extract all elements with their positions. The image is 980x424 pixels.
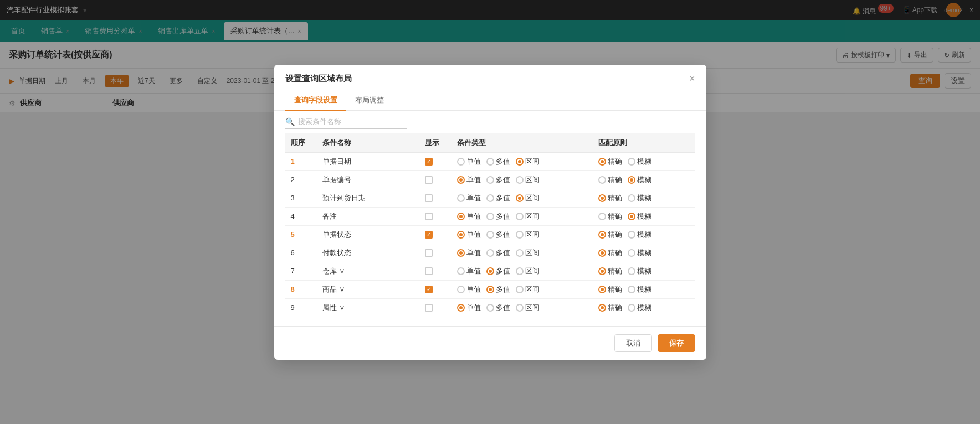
match-radio-item[interactable]: 精确 [598,230,622,240]
radio-circle [598,158,606,166]
type-radio-item[interactable]: 多值 [486,321,510,322]
match-radio-item[interactable]: 模糊 [628,303,651,313]
radio-circle [486,304,494,312]
type-radio-item[interactable]: 区间 [516,193,540,203]
match-radio-item[interactable]: 精确 [598,248,622,258]
radio-circle [516,304,524,312]
show-checkbox[interactable]: ✓ [425,158,433,166]
type-radio-item[interactable]: 多值 [486,157,510,167]
cell-show[interactable]: ✓ [419,225,451,244]
save-btn[interactable]: 保存 [658,334,695,352]
match-radio-item[interactable]: 模糊 [628,193,651,203]
type-radio-item[interactable]: 区间 [516,285,540,294]
type-radio-item[interactable]: 区间 [516,266,540,276]
search-input[interactable] [298,117,398,126]
type-radio-item[interactable]: 单值 [457,193,481,203]
cell-match: 精确模糊 [593,317,695,322]
radio-circle [516,213,524,220]
type-radio-item[interactable]: 多值 [486,266,510,276]
type-radio-item[interactable]: 多值 [486,211,510,221]
cell-type: 单值多值区间 [451,280,592,298]
radio-circle [486,231,494,239]
type-radio-item[interactable]: 区间 [516,248,540,258]
cell-name: 单据状态 [317,225,419,244]
cell-show[interactable] [419,317,451,322]
match-radio-item[interactable]: 精确 [598,175,622,185]
cell-show[interactable] [419,298,451,317]
match-radio-item[interactable]: 精确 [598,285,622,294]
radio-circle [628,304,635,312]
type-radio-item[interactable]: 单值 [457,285,481,294]
type-radio-item[interactable]: 多值 [486,285,510,294]
show-checkbox[interactable] [425,249,433,257]
radio-circle [457,286,465,293]
type-radio-item[interactable]: 单值 [457,266,481,276]
radio-circle [628,213,635,220]
type-radio-item[interactable]: 多值 [486,230,510,240]
table-scroll-wrap: 顺序 条件名称 显示 条件类型 匹配原则 1单据日期✓单值多值区间精确模糊2单据… [274,133,706,322]
type-radio-item[interactable]: 单值 [457,175,481,185]
match-radio-item[interactable]: 模糊 [628,248,651,258]
tab-fields[interactable]: 查询字段设置 [285,91,346,111]
cell-show[interactable]: ✓ [419,152,451,170]
type-radio-item[interactable]: 多值 [486,175,510,185]
show-checkbox[interactable]: ✓ [425,286,433,293]
cancel-btn[interactable]: 取消 [614,334,652,352]
modal-close-btn[interactable]: × [689,74,695,84]
modal-footer: 取消 保存 [274,326,706,360]
type-radio-item[interactable]: 单值 [457,321,481,322]
type-radio-item[interactable]: 多值 [486,303,510,313]
match-radio-item[interactable]: 模糊 [628,266,651,276]
cell-match: 精确模糊 [593,225,695,244]
match-radio-item[interactable]: 模糊 [628,175,651,185]
table-row: 1单据日期✓单值多值区间精确模糊 [285,152,695,170]
match-radio-item[interactable]: 模糊 [628,157,651,167]
show-checkbox[interactable] [425,213,433,220]
show-checkbox[interactable] [425,304,433,312]
type-radio-item[interactable]: 区间 [516,211,540,221]
cell-show[interactable] [419,170,451,189]
show-checkbox[interactable] [425,194,433,202]
cell-show[interactable] [419,189,451,207]
match-radio-item[interactable]: 模糊 [628,230,651,240]
type-radio-item[interactable]: 区间 [516,175,540,185]
type-radio-item[interactable]: 单值 [457,303,481,313]
radio-circle [628,158,635,166]
match-radio-item[interactable]: 模糊 [628,285,651,294]
match-radio-item[interactable]: 精确 [598,193,622,203]
match-radio-item[interactable]: 精确 [598,157,622,167]
type-radio-item[interactable]: 单值 [457,157,481,167]
cell-show[interactable] [419,244,451,262]
show-checkbox[interactable] [425,176,433,184]
show-checkbox[interactable] [425,267,433,275]
radio-circle [628,286,635,293]
col-show-header: 显示 [419,133,451,153]
cell-show[interactable]: ✓ [419,280,451,298]
type-radio-item[interactable]: 单值 [457,248,481,258]
type-radio-item[interactable]: 单值 [457,230,481,240]
type-radio-item[interactable]: 区间 [516,157,540,167]
radio-circle [598,267,606,275]
cell-show[interactable] [419,262,451,280]
type-radio-item[interactable]: 区间 [516,303,540,313]
match-radio-item[interactable]: 精确 [598,211,622,221]
type-radio-item[interactable]: 单值 [457,211,481,221]
match-radio-item[interactable]: 模糊 [628,321,651,322]
match-radio-item[interactable]: 精确 [598,266,622,276]
col-order-header: 顺序 [285,133,317,153]
cell-show[interactable] [419,207,451,225]
radio-circle [457,194,465,202]
tab-layout[interactable]: 布局调整 [346,91,393,111]
type-radio-item[interactable]: 区间 [516,321,540,322]
match-radio-item[interactable]: 模糊 [628,211,651,221]
cell-type: 单值多值区间 [451,317,592,322]
radio-circle [516,176,524,184]
type-radio-item[interactable]: 多值 [486,248,510,258]
show-checkbox[interactable]: ✓ [425,231,433,239]
match-radio-item[interactable]: 精确 [598,303,622,313]
match-radio-item[interactable]: 精确 [598,321,622,322]
type-radio-item[interactable]: 多值 [486,193,510,203]
cell-name: 商品 ∨ [317,280,419,298]
cell-match: 精确模糊 [593,298,695,317]
type-radio-item[interactable]: 区间 [516,230,540,240]
